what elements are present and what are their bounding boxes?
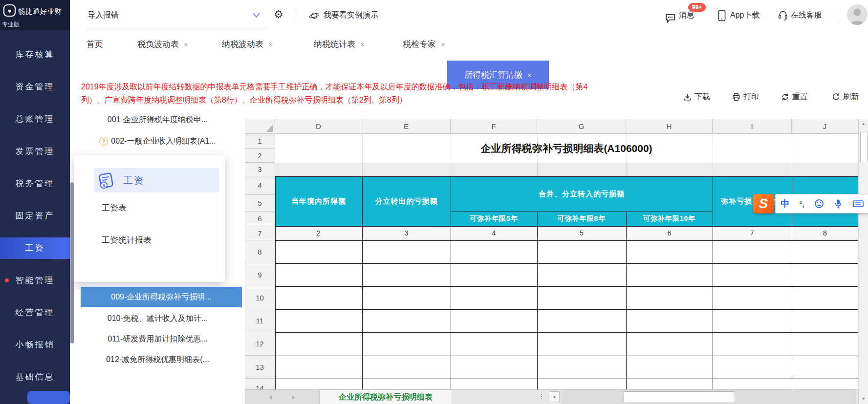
microphone-icon[interactable] [834,199,843,209]
close-icon[interactable]: × [268,40,273,48]
sidebar-item-fixed-assets[interactable]: 固定资产 [0,205,70,227]
phone-icon[interactable] [717,10,726,21]
header-cell-split-out-loss[interactable]: 分立转出的亏损额 [362,176,451,226]
row-header-4[interactable]: 4 [245,176,275,195]
cell-colnum-3[interactable]: 3 [362,226,451,240]
row-header-10[interactable]: 10 [245,286,275,309]
list-item-001[interactable]: 001-企业所得税年度纳税申... [73,111,242,128]
cell-colnum-5[interactable]: 5 [537,226,626,240]
sidebar-item-smart[interactable]: 智能管理 [0,270,70,291]
sidebar-item-salary[interactable]: 工资 [0,237,70,259]
emoji-smiley-icon[interactable] [814,199,824,209]
close-icon[interactable]: × [360,40,365,48]
tab-home[interactable]: 首页 [87,30,103,59]
row-header-14[interactable]: 14 [245,379,275,389]
tab-tax-statistics[interactable]: 纳税统计表× [314,30,365,59]
list-item-010[interactable]: 010-免税、减计收入及加计... [73,311,242,326]
sidebar-item-inventory[interactable]: 库存核算 [0,44,70,65]
tab-tax-fluctuation[interactable]: 纳税波动表× [222,30,273,59]
popup-item-salary-sheet[interactable]: 工资表 [102,202,127,213]
cell-colnum-6[interactable]: 6 [626,226,713,240]
horizontal-scrollbar-thumb[interactable] [624,391,735,403]
col-header-H[interactable]: H [626,119,713,134]
header-cell-limit-5yr[interactable]: 可弥补年限5年 [451,212,537,226]
col-header-I[interactable]: I [713,119,792,134]
row-header-12[interactable]: 12 [245,332,275,356]
close-icon[interactable]: × [527,71,532,79]
col-header-G[interactable]: G [537,119,626,134]
row-header-8[interactable]: 8 [245,240,275,263]
gear-icon[interactable]: ⚙ [274,8,283,21]
list-item-002[interactable]: ? 002-一般企业收入明细表(A1... [73,133,242,149]
app-download-label[interactable]: App下载 [730,10,760,21]
header-cell-limit-8yr[interactable]: 可弥补年限8年 [537,212,626,226]
chevron-down-icon[interactable] [252,12,260,19]
popup-item-salary-report[interactable]: 工资统计报表 [102,234,152,246]
sidebar-item-basic-info[interactable]: 基础信息 [0,366,70,388]
headset-icon[interactable] [778,10,788,21]
messages-label[interactable]: 消息 [679,10,694,21]
row-header-1[interactable]: 1 [245,134,275,149]
ime-punctuation-toggle[interactable]: °, [800,200,804,208]
close-icon[interactable]: × [441,40,445,48]
tab-label: 税负波动表 [137,40,179,49]
support-label[interactable]: 在线客服 [791,10,822,21]
popup-item-salary[interactable]: ¥ 工资 [94,168,219,192]
sheet-prev-icon[interactable]: ‹ [270,393,272,402]
row-header-5[interactable]: 5 [245,195,275,212]
cell-colnum-2[interactable]: 2 [275,226,362,240]
message-bubble-icon[interactable] [665,13,676,23]
list-item-011[interactable]: 011-研发费用加计扣除优惠... [73,331,242,347]
list-item-012[interactable]: 012-减免所得税优惠明细表(... [73,352,242,367]
demo-link[interactable]: 我要看实例演示 [324,10,378,21]
sogou-logo-icon[interactable]: S [753,194,774,213]
col-header-D[interactable]: D [275,119,362,134]
header-cell-limit-10yr[interactable]: 可弥补年限10年 [626,212,713,226]
sidebar-item-invoice[interactable]: 发票管理 [0,141,70,162]
col-header-J[interactable]: J [792,119,858,134]
vertical-scrollbar[interactable]: ▲ ▼ [858,119,868,404]
list-item-009-selected[interactable]: 009-企业所得税弥补亏损明... [81,287,242,307]
sidebar-item-ledger[interactable]: 总账管理 [0,108,70,130]
scroll-up-icon[interactable]: ▲ [859,119,868,129]
refresh-button[interactable]: 刷新 [832,91,859,103]
reset-button[interactable]: 重置 [781,91,808,103]
row-header-11[interactable]: 11 [245,309,275,332]
keyboard-icon[interactable] [853,199,864,208]
avatar[interactable] [847,4,868,25]
row-header-13[interactable]: 13 [245,356,275,379]
col-header-F[interactable]: F [451,119,537,134]
row-header-2[interactable]: 2 [245,149,275,163]
print-button[interactable]: 打印 [732,91,759,103]
header-cell-domestic-income[interactable]: 当年境内所得额 [275,176,362,226]
import-error-dropdown[interactable]: 导入报错 [87,10,119,21]
scroll-down-icon[interactable]: ▼ [859,394,868,404]
cell-colnum-7[interactable]: 7 [713,226,792,240]
cell-colnum-4[interactable]: 4 [451,226,537,240]
close-icon[interactable]: × [184,40,188,48]
more-dots-icon[interactable]: ⋮ [538,392,545,400]
hscroll-left-icon[interactable]: ◂ [549,391,560,402]
row-header-7[interactable]: 7 [245,226,275,240]
download-button[interactable]: 下载 [683,91,710,103]
row-header-6[interactable]: 6 [245,212,275,226]
sidebar-item-expense[interactable]: 小畅报销 [0,334,70,356]
cell-colnum-8[interactable]: 8 [792,226,858,240]
sheet-title[interactable]: 企业所得税弥补亏损明细表(A106000) [275,134,858,163]
sheet-tab[interactable]: 企业所得税弥补亏损明细表 [319,390,452,404]
row-header-3[interactable]: 3 [245,163,275,176]
ime-mode-chinese[interactable]: 中 [781,198,789,210]
header-cell-merge-split-in-loss[interactable]: 合并、分立转入的亏损额 [451,176,713,212]
col-header-E[interactable]: E [362,119,451,134]
sidebar-item-funds[interactable]: 资金管理 [0,76,70,98]
tab-tax-expert[interactable]: 税检专家× [403,30,445,59]
sidebar-item-tax[interactable]: 税务管理 [0,173,70,194]
sheet-next-icon[interactable]: › [292,393,294,402]
select-all-corner[interactable] [245,119,275,134]
row-header-9[interactable]: 9 [245,263,275,286]
sidebar-scrollbar-thumb[interactable] [70,182,74,343]
tab-tax-burden[interactable]: 税负波动表× [137,30,188,59]
vertical-scrollbar-thumb[interactable] [860,131,868,163]
planet-demo-icon[interactable] [309,11,320,21]
sidebar-item-operation[interactable]: 经营管理 [0,302,70,323]
